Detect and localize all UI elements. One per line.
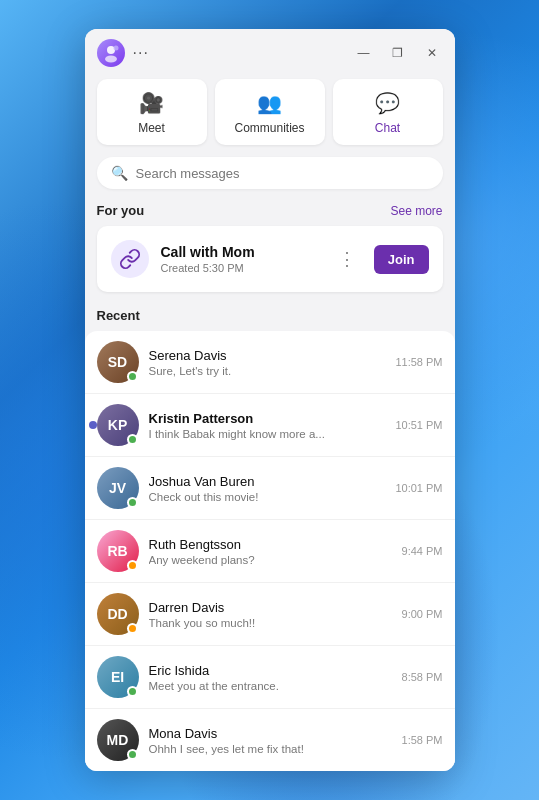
search-bar[interactable]: 🔍 [97, 157, 443, 189]
avatar: JV [97, 467, 139, 509]
chat-preview: I think Babak might know more a... [149, 428, 380, 440]
unread-indicator [89, 421, 97, 429]
chat-icon: 💬 [375, 91, 400, 115]
list-item[interactable]: JV Joshua Van Buren Check out this movie… [85, 457, 455, 520]
chat-name: Mona Davis [149, 726, 386, 741]
chat-time: 10:01 PM [395, 482, 442, 494]
call-card[interactable]: Call with Mom Created 5:30 PM ⋮ Join [97, 226, 443, 292]
avatar: KP [97, 404, 139, 446]
avatar: EI [97, 656, 139, 698]
chat-preview: Ohhh I see, yes let me fix that! [149, 743, 386, 755]
search-icon: 🔍 [111, 165, 128, 181]
app-window: ··· — ❐ ✕ 🎥 Meet 👥 Communities 💬 Chat 🔍 … [85, 29, 455, 771]
chat-preview: Check out this movie! [149, 491, 380, 503]
chat-info: Joshua Van Buren Check out this movie! [149, 474, 380, 503]
chat-time: 9:44 PM [402, 545, 443, 557]
chat-name: Joshua Van Buren [149, 474, 380, 489]
maximize-button[interactable]: ❐ [387, 42, 409, 64]
tab-chat-label: Chat [375, 121, 400, 135]
chat-preview: Sure, Let's try it. [149, 365, 380, 377]
see-more-link[interactable]: See more [390, 204, 442, 218]
avatar: DD [97, 593, 139, 635]
list-item[interactable]: RB Ruth Bengtsson Any weekend plans? 9:4… [85, 520, 455, 583]
app-avatar [97, 39, 125, 67]
status-indicator [127, 623, 138, 634]
chat-time: 8:58 PM [402, 671, 443, 683]
join-button[interactable]: Join [374, 245, 429, 274]
search-input[interactable] [136, 166, 429, 181]
for-you-header: For you See more [85, 199, 455, 226]
more-options-button[interactable]: ··· [133, 44, 149, 62]
chat-info: Serena Davis Sure, Let's try it. [149, 348, 380, 377]
chat-list: SD Serena Davis Sure, Let's try it. 11:5… [85, 331, 455, 771]
chat-name: Serena Davis [149, 348, 380, 363]
chat-info: Darren Davis Thank you so much!! [149, 600, 386, 629]
list-item[interactable]: MD Mona Davis Ohhh I see, yes let me fix… [85, 709, 455, 771]
list-item[interactable]: SD Serena Davis Sure, Let's try it. 11:5… [85, 331, 455, 394]
close-button[interactable]: ✕ [421, 42, 443, 64]
communities-icon: 👥 [257, 91, 282, 115]
call-title: Call with Mom [161, 244, 326, 260]
minimize-button[interactable]: — [353, 42, 375, 64]
meet-icon: 🎥 [139, 91, 164, 115]
status-indicator [127, 749, 138, 760]
chat-name: Darren Davis [149, 600, 386, 615]
chat-time: 10:51 PM [395, 419, 442, 431]
status-indicator [127, 434, 138, 445]
list-item[interactable]: KP Kristin Patterson I think Babak might… [85, 394, 455, 457]
tab-communities[interactable]: 👥 Communities [215, 79, 325, 145]
nav-tabs: 🎥 Meet 👥 Communities 💬 Chat [85, 75, 455, 157]
list-item[interactable]: DD Darren Davis Thank you so much!! 9:00… [85, 583, 455, 646]
chat-preview: Meet you at the entrance. [149, 680, 386, 692]
chat-info: Eric Ishida Meet you at the entrance. [149, 663, 386, 692]
tab-meet-label: Meet [138, 121, 165, 135]
for-you-title: For you [97, 203, 145, 218]
tab-chat[interactable]: 💬 Chat [333, 79, 443, 145]
avatar: SD [97, 341, 139, 383]
status-indicator [127, 560, 138, 571]
window-controls: — ❐ ✕ [353, 42, 443, 64]
chat-time: 1:58 PM [402, 734, 443, 746]
call-info: Call with Mom Created 5:30 PM [161, 244, 326, 274]
title-bar: ··· — ❐ ✕ [85, 29, 455, 75]
recent-label: Recent [85, 304, 455, 331]
chat-name: Ruth Bengtsson [149, 537, 386, 552]
chat-preview: Thank you so much!! [149, 617, 386, 629]
status-indicator [127, 371, 138, 382]
chat-name: Eric Ishida [149, 663, 386, 678]
tab-communities-label: Communities [234, 121, 304, 135]
chat-time: 11:58 PM [395, 356, 442, 368]
status-indicator [127, 497, 138, 508]
svg-point-2 [113, 46, 118, 51]
avatar: MD [97, 719, 139, 761]
tab-meet[interactable]: 🎥 Meet [97, 79, 207, 145]
avatar: RB [97, 530, 139, 572]
chat-info: Kristin Patterson I think Babak might kn… [149, 411, 380, 440]
chat-name: Kristin Patterson [149, 411, 380, 426]
chat-info: Ruth Bengtsson Any weekend plans? [149, 537, 386, 566]
call-link-icon [111, 240, 149, 278]
svg-point-1 [105, 56, 117, 63]
call-subtitle: Created 5:30 PM [161, 262, 326, 274]
status-indicator [127, 686, 138, 697]
list-item[interactable]: EI Eric Ishida Meet you at the entrance.… [85, 646, 455, 709]
chat-time: 9:00 PM [402, 608, 443, 620]
title-bar-left: ··· [97, 39, 149, 67]
chat-preview: Any weekend plans? [149, 554, 386, 566]
call-more-options[interactable]: ⋮ [338, 248, 356, 270]
chat-info: Mona Davis Ohhh I see, yes let me fix th… [149, 726, 386, 755]
